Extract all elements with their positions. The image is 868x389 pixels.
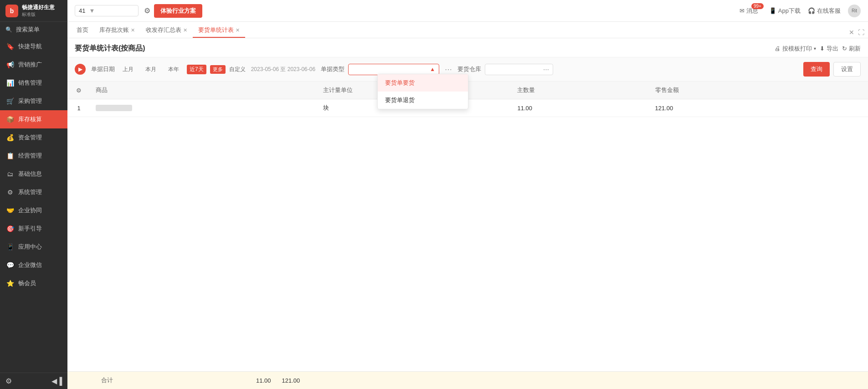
sidebar-item-label: 新手引导 — [18, 225, 42, 233]
sidebar-item-appstore[interactable]: 📱 应用中心 — [0, 238, 67, 256]
store-select[interactable]: 41 ▼ — [75, 5, 139, 16]
filter-warehouse-group: 要货仓库 ⋯ — [457, 64, 553, 75]
page-content: 要货单统计表(按商品) 🖨 按模板打印 ▾ ⬇ 导出 ↻ 刷新 ▶ — [67, 38, 868, 389]
filter-actions: 查询 设置 — [803, 62, 861, 77]
query-button[interactable]: 查询 — [803, 62, 830, 77]
user-avatar[interactable]: Rit — [848, 5, 861, 17]
tab-inventory-batch-close-icon[interactable]: ✕ — [131, 27, 135, 33]
date-more-tag[interactable]: 更多 — [210, 65, 226, 74]
tab-inventory-batch[interactable]: 库存批次账 ✕ — [94, 23, 140, 38]
phone-icon: 📱 — [769, 7, 776, 14]
sidebar-item-wechat[interactable]: 💬 企业微信 — [0, 256, 67, 274]
online-service-button[interactable]: 🎧 在线客服 — [808, 7, 841, 15]
export-button[interactable]: ⬇ 导出 — [820, 45, 838, 53]
sidebar-item-system[interactable]: ⚙ 系统管理 — [0, 183, 67, 201]
sidebar-item-label: 畅会员 — [18, 279, 36, 287]
sidebar-item-label: 应用中心 — [18, 243, 42, 251]
product-blurred — [96, 105, 132, 111]
filter-type-group: 单据类型 ​ ▲ ⋯ — [321, 64, 452, 75]
date-btn-current-month[interactable]: 本月 — [141, 64, 160, 75]
sidebar-item-sales[interactable]: 📊 销售管理 — [0, 74, 67, 92]
sidebar-item-member[interactable]: ⭐ 畅会员 — [0, 274, 67, 292]
sidebar-item-label: 经营管理 — [18, 152, 42, 160]
tab-receivable-summary-close-icon[interactable]: ✕ — [183, 27, 187, 33]
settings-button[interactable]: ⚙ — [5, 377, 12, 385]
sidebar-item-label: 采购管理 — [18, 97, 42, 105]
sidebar-item-enterprise[interactable]: 🤝 企业协同 — [0, 201, 67, 220]
quick-nav-icon: 🔖 — [5, 42, 15, 51]
col-amount: 零售金额 — [650, 82, 816, 99]
filter-more-icon[interactable]: ⋯ — [445, 65, 452, 74]
sidebar: b 畅捷通好生意 标准版 🔍 搜索菜单 🔖 快捷导航 📢 营销推广 📊 销售管理… — [0, 0, 67, 389]
finance-icon: 💰 — [5, 133, 15, 142]
date-btn-year[interactable]: 本年 — [164, 64, 183, 75]
sidebar-item-finance[interactable]: 💰 资金管理 — [0, 128, 67, 147]
sidebar-item-label: 快捷导航 — [18, 42, 42, 51]
inventory-icon: 📦 — [5, 115, 15, 124]
collapse-button[interactable]: ◀▐ — [51, 377, 62, 385]
tab-home[interactable]: 首页 — [71, 23, 94, 38]
sidebar-item-label: 企业协同 — [18, 206, 42, 215]
sidebar-item-label: 系统管理 — [18, 188, 42, 196]
cell-quantity: 11.00 — [512, 99, 649, 117]
sidebar-item-basic[interactable]: 🗂 基础信息 — [0, 165, 67, 183]
filter-bar: ▶ 单据日期 上月 本月 本年 近7天 更多 自定义 2023-05-06 至 … — [67, 57, 868, 82]
sidebar-item-purchase[interactable]: 🛒 采购管理 — [0, 92, 67, 110]
sidebar-item-label: 基础信息 — [18, 170, 42, 178]
topbar-left: 41 ▼ ⚙ 体验行业方案 — [75, 4, 740, 18]
tab-order-summary-close-icon[interactable]: ✕ — [236, 27, 240, 33]
date-custom-btn[interactable]: 自定义 — [229, 66, 246, 73]
app-logo-text: 畅捷通好生意 标准版 — [22, 4, 55, 18]
tab-inventory-batch-label: 库存批次账 — [99, 26, 129, 34]
headset-icon: 🎧 — [808, 7, 815, 14]
tab-order-summary[interactable]: 要货单统计表 ✕ — [193, 23, 245, 38]
message-icon: ✉ — [740, 7, 745, 14]
sidebar-item-label: 销售管理 — [18, 79, 42, 87]
app-download-button[interactable]: 📱 App下载 — [769, 7, 801, 15]
filter-type-label: 单据类型 — [321, 65, 344, 73]
trial-btn[interactable]: 体验行业方案 — [154, 4, 202, 18]
date-btn-prev-month[interactable]: 上月 — [118, 64, 138, 75]
sidebar-item-marketing[interactable]: 📢 营销推广 — [0, 56, 67, 74]
topbar: 41 ▼ ⚙ 体验行业方案 ✉ 消息 99+ 📱 App下载 🎧 在线客服 Ri… — [67, 0, 868, 22]
tab-close-all-icon[interactable]: ✕ — [849, 29, 854, 36]
footer-label: 合计 — [96, 376, 205, 384]
sidebar-item-quick-nav[interactable]: 🔖 快捷导航 — [0, 37, 67, 56]
filter-settings-button[interactable]: 设置 — [833, 62, 861, 77]
marketing-icon: 📢 — [5, 60, 15, 69]
col-quantity: 主数量 — [512, 82, 649, 99]
cell-product — [90, 99, 318, 117]
sales-icon: 📊 — [5, 78, 15, 87]
chevron-up-icon: ▲ — [430, 66, 435, 72]
col-settings[interactable]: ⚙ — [67, 82, 90, 99]
template-print-button[interactable]: 🖨 按模板打印 ▾ — [775, 45, 816, 53]
topbar-right: ✉ 消息 99+ 📱 App下载 🎧 在线客服 Rit — [740, 5, 861, 17]
topbar-settings-icon[interactable]: ⚙ — [144, 6, 150, 15]
sidebar-item-label: 库存核算 — [18, 115, 42, 123]
filter-expand-button[interactable]: ▶ — [75, 64, 86, 75]
sidebar-item-guide[interactable]: 🎯 新手引导 — [0, 220, 67, 238]
dropdown-item-order-goods[interactable]: 要货单要货 — [378, 74, 468, 92]
date-btn-7days[interactable]: 近7天 — [187, 65, 206, 74]
type-dropdown-menu: 要货单要货 要货单退货 — [377, 74, 468, 109]
refresh-button[interactable]: ↻ 刷新 — [842, 45, 861, 53]
col-empty — [816, 82, 868, 99]
wechat-icon: 💬 — [5, 261, 15, 270]
purchase-icon: 🛒 — [5, 97, 15, 106]
dropdown-item-order-return[interactable]: 要货单退货 — [378, 92, 468, 109]
sidebar-item-operation[interactable]: 📋 经营管理 — [0, 147, 67, 165]
app-logo-icon: b — [5, 5, 18, 17]
store-name: 41 — [79, 7, 85, 14]
sidebar-item-inventory[interactable]: 📦 库存核算 — [0, 110, 67, 128]
tab-receivable-summary-label: 收发存汇总表 — [146, 26, 181, 34]
filter-date-group: 单据日期 上月 本月 本年 近7天 更多 自定义 2023-05-06 至 20… — [91, 64, 315, 75]
sidebar-logo: b 畅捷通好生意 标准版 — [0, 0, 67, 22]
tab-receivable-summary[interactable]: 收发存汇总表 ✕ — [140, 23, 193, 38]
export-icon: ⬇ — [820, 45, 825, 52]
filter-type-select[interactable]: ​ ▲ — [348, 64, 439, 75]
tab-expand-icon[interactable]: ⛶ — [858, 29, 864, 36]
search-menu-item[interactable]: 🔍 搜索菜单 — [0, 22, 67, 37]
cell-no: 1 — [67, 99, 90, 117]
filter-warehouse-input[interactable]: ⋯ — [485, 64, 553, 75]
messages-button[interactable]: ✉ 消息 99+ — [740, 7, 758, 15]
